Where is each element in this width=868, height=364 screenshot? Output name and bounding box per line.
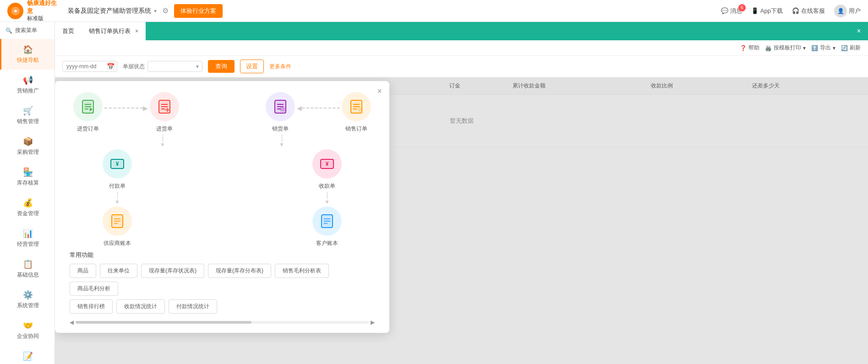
quick-nav-popup-overlay: × 进货订单 bbox=[55, 77, 868, 364]
content-area: 首页 销售订单执行表 × × ❓ 帮助 🖨️ bbox=[55, 22, 868, 364]
payment-bill-icon: ¥ bbox=[103, 149, 132, 179]
flow-label-sale-bill: 销货单 bbox=[272, 125, 289, 133]
flow-node-receipt-bill[interactable]: ¥ 收款单 bbox=[312, 149, 342, 190]
tab-home[interactable]: 首页 bbox=[55, 22, 82, 40]
online-service-button[interactable]: 🎧 在线客服 bbox=[792, 7, 825, 15]
receipt-bill-icon: ¥ bbox=[312, 149, 342, 179]
experience-button[interactable]: 体验行业方案 bbox=[174, 4, 223, 18]
download-icon: 📱 bbox=[751, 7, 759, 14]
customer-account-icon bbox=[312, 206, 342, 236]
sidebar-item-sales[interactable]: 🛒 销售管理 bbox=[0, 100, 55, 131]
cf-btn-product[interactable]: 商品 bbox=[70, 264, 96, 278]
message-button[interactable]: 💬 消息 6 bbox=[721, 7, 742, 15]
scrollbar-right-icon[interactable]: ▶ bbox=[371, 319, 375, 326]
flow-label-payment-bill: 付款单 bbox=[109, 182, 126, 190]
user-area[interactable]: 👤 用户 bbox=[834, 5, 861, 17]
cf-btn-payment-stats[interactable]: 付款情况统计 bbox=[169, 299, 217, 314]
flow-node-sale-order[interactable]: 销售订单 bbox=[342, 92, 371, 133]
scrollbar-thumb[interactable] bbox=[76, 321, 251, 324]
arrow-purchase: ▶ bbox=[103, 104, 150, 112]
top-right-area: 💬 消息 6 📱 App下载 🎧 在线客服 👤 用户 bbox=[721, 5, 861, 17]
sidebar-item-system[interactable]: ⚙️ 系统管理 bbox=[0, 284, 55, 315]
help-button[interactable]: ❓ 帮助 bbox=[740, 44, 759, 52]
flow-label-sale-order: 销售订单 bbox=[345, 125, 367, 133]
top-bar: 畅康通好生意 标准版 装备及固定资产辅助管理系统 ▾ ⚙ 体验行业方案 💬 消息… bbox=[0, 0, 868, 22]
template-print-label: 按模板打印 bbox=[774, 44, 801, 52]
logo-icon bbox=[7, 3, 23, 19]
status-select[interactable] bbox=[147, 61, 202, 72]
flow-node-purchase-order[interactable]: 进货订单 bbox=[73, 92, 103, 133]
flow-v-arrows: ▼ ▼ bbox=[73, 135, 371, 147]
sidebar-item-operation[interactable]: 📊 经营管理 bbox=[0, 223, 55, 254]
scrollbar-left-icon[interactable]: ◀ bbox=[70, 319, 74, 326]
inventory-icon: 🏪 bbox=[23, 167, 33, 177]
cf-btn-stock-dist[interactable]: 现存量(库存分布表) bbox=[208, 264, 271, 278]
cf-btn-sales-rank[interactable]: 销售排行榜 bbox=[70, 299, 113, 314]
flow-node-purchase-bill[interactable]: 进货单 bbox=[150, 92, 179, 133]
logo-area: 畅康通好生意 标准版 bbox=[7, 0, 62, 22]
print-arrow-icon: ▾ bbox=[803, 45, 806, 51]
flow-node-sale-bill[interactable]: 销货单 bbox=[266, 92, 295, 133]
close-tab-icon[interactable]: × bbox=[135, 28, 138, 34]
sale-bill-icon bbox=[266, 92, 295, 121]
cf-btn-product-profit[interactable]: 商品毛利分析 bbox=[70, 282, 118, 296]
tab-home-label: 首页 bbox=[62, 27, 74, 35]
svg-text:¥: ¥ bbox=[116, 161, 119, 167]
template-print-button[interactable]: 🖨️ 按模板打印 ▾ bbox=[765, 44, 806, 52]
table-container: 品 商品 金额 预估毛利 预估毛利率 订金 累计收款金额 收款比例 还差多少天 bbox=[55, 77, 868, 364]
sidebar-item-purchase[interactable]: 📦 采购管理 bbox=[0, 131, 55, 162]
export-button[interactable]: ⬆️ 导出 ▾ bbox=[811, 44, 835, 52]
sidebar-label-cooperation: 企业协同 bbox=[17, 332, 39, 340]
more-conditions[interactable]: 更多条件 bbox=[269, 63, 291, 71]
message-badge: 6 bbox=[738, 4, 746, 11]
sale-order-icon bbox=[342, 92, 371, 121]
popup-scrollbar: ◀ ▶ bbox=[70, 319, 375, 326]
flow-label-supplier-account: 供应商账本 bbox=[104, 239, 131, 247]
sidebar-item-marketing[interactable]: 📢 营销推广 bbox=[0, 70, 55, 100]
tab-sales-exec[interactable]: 销售订单执行表 × bbox=[82, 22, 146, 40]
sidebar-label-inventory: 库存核算 bbox=[17, 179, 39, 187]
flow-row-bottom: 供应商账本 客户账本 bbox=[73, 206, 371, 247]
sidebar-item-quick-nav[interactable]: 🏠 快捷导航 bbox=[0, 39, 55, 70]
sales-icon: 🛒 bbox=[23, 106, 33, 116]
filter-bar: 📅 单据状态 查询 设置 更多条件 bbox=[55, 56, 868, 77]
sidebar-label-purchase: 采购管理 bbox=[17, 148, 39, 156]
cf-title: 常用功能 bbox=[70, 251, 375, 259]
flow-node-customer-account[interactable]: 客户账本 bbox=[312, 206, 342, 247]
flow-label-purchase-bill: 进货单 bbox=[156, 125, 173, 133]
query-button[interactable]: 查询 bbox=[208, 60, 235, 73]
tab-bar-close-icon[interactable]: × bbox=[850, 22, 868, 40]
flow-row-top: 进货订单 ▶ bbox=[73, 92, 371, 133]
finance-icon: 💰 bbox=[23, 198, 33, 208]
calendar-from-icon[interactable]: 📅 bbox=[107, 63, 115, 70]
sidebar-label-system: 系统管理 bbox=[17, 302, 39, 310]
cf-buttons-row-2: 销售排行榜 收款情况统计 付款情况统计 bbox=[70, 299, 375, 314]
popup-close-button[interactable]: × bbox=[377, 87, 382, 96]
main-layout: 🔍 搜索菜单 🏠 快捷导航 📢 营销推广 🛒 销售管理 📦 采购管理 🏪 bbox=[0, 22, 868, 364]
sidebar-search[interactable]: 🔍 搜索菜单 bbox=[0, 22, 55, 39]
app-download-label: App下载 bbox=[760, 7, 783, 15]
cf-btn-stock-status[interactable]: 现存量(库存状况表) bbox=[141, 264, 204, 278]
sidebar-item-cooperation[interactable]: 🤝 企业协同 bbox=[0, 315, 55, 346]
sidebar-item-basic[interactable]: 📋 基础信息 bbox=[0, 254, 55, 284]
search-icon: 🔍 bbox=[5, 27, 12, 34]
date-from-wrapper: 📅 bbox=[62, 61, 117, 72]
flow-node-supplier-account[interactable]: 供应商账本 bbox=[103, 206, 132, 247]
cf-btn-contact-unit[interactable]: 往来单位 bbox=[100, 264, 137, 278]
system-title: 装备及固定资产辅助管理系统 ▾ bbox=[68, 7, 157, 15]
gear-icon[interactable]: ⚙ bbox=[162, 6, 169, 15]
basic-icon: 📋 bbox=[23, 259, 33, 269]
flow-v-arrows-2: ▼ ▼ bbox=[73, 192, 371, 205]
status-select-wrapper bbox=[147, 61, 202, 72]
dropdown-arrow-icon[interactable]: ▾ bbox=[154, 8, 157, 14]
app-download-button[interactable]: 📱 App下载 bbox=[751, 7, 783, 15]
sidebar-item-inventory[interactable]: 🏪 库存核算 bbox=[0, 162, 55, 192]
cf-btn-sales-profit[interactable]: 销售毛利分析表 bbox=[275, 264, 329, 278]
help-icon: ❓ bbox=[740, 45, 747, 51]
sidebar-item-newbie[interactable]: 📝 新手引导 bbox=[0, 346, 55, 364]
refresh-button[interactable]: 🔄 刷新 bbox=[841, 44, 861, 52]
flow-node-payment-bill[interactable]: ¥ 付款单 bbox=[103, 149, 132, 190]
cf-btn-receipt-stats[interactable]: 收款情况统计 bbox=[116, 299, 165, 314]
set-button[interactable]: 设置 bbox=[240, 60, 264, 73]
sidebar-item-finance[interactable]: 💰 资金管理 bbox=[0, 192, 55, 223]
